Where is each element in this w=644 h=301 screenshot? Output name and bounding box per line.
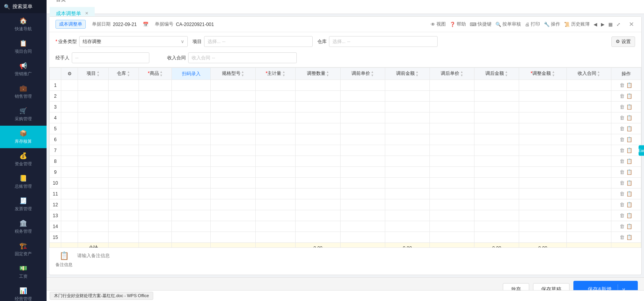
cell-after_price[interactable]: [430, 145, 474, 156]
cell-warehouse[interactable]: [108, 199, 138, 210]
cell-adjust_qty[interactable]: [296, 210, 340, 221]
cell-income_contract[interactable]: [566, 145, 611, 156]
cell-product[interactable]: [138, 145, 171, 156]
business-type-select[interactable]: 结存调整 ∨: [79, 36, 188, 47]
cell-income_contract[interactable]: [566, 232, 611, 243]
cell-before_price[interactable]: [340, 134, 385, 145]
cell-before_amount[interactable]: [385, 134, 429, 145]
cell-adjust_qty[interactable]: [296, 145, 340, 156]
cell-before_price[interactable]: [340, 145, 385, 156]
cell-adjust_qty[interactable]: [296, 134, 340, 145]
cell-income_contract[interactable]: [566, 112, 611, 123]
cell-product[interactable]: [138, 199, 171, 210]
cell-income_contract[interactable]: [566, 210, 611, 221]
cell-unit[interactable]: [255, 145, 296, 156]
cell-scan[interactable]: [172, 80, 211, 91]
delete-icon[interactable]: 🗑: [620, 147, 625, 153]
cell-before_amount[interactable]: [385, 145, 429, 156]
cell-project[interactable]: [78, 112, 108, 123]
cell-scan[interactable]: [172, 189, 211, 199]
cell-product[interactable]: [138, 102, 171, 112]
cell-product[interactable]: [138, 167, 171, 178]
cell-scan[interactable]: [172, 156, 211, 167]
copy-icon[interactable]: 📋: [626, 82, 632, 88]
cell-action[interactable]: 🗑📋: [611, 112, 641, 123]
cell-income_contract[interactable]: [566, 123, 611, 134]
cell-scan[interactable]: [172, 178, 211, 189]
copy-icon[interactable]: 📋: [626, 104, 632, 110]
cell-income_contract[interactable]: [566, 134, 611, 145]
cell-after_amount[interactable]: [474, 80, 519, 91]
cell-project[interactable]: [78, 123, 108, 134]
cell-scan[interactable]: [172, 221, 211, 232]
sidebar-item-project-contract[interactable]: 📋项目合同: [0, 36, 47, 58]
shortcut-action[interactable]: ⌨ 快捷键: [470, 21, 492, 28]
cell-before_amount[interactable]: [385, 178, 429, 189]
cell-adjust_qty[interactable]: [296, 189, 340, 199]
cell-before_amount[interactable]: [385, 189, 429, 199]
cell-product[interactable]: [138, 221, 171, 232]
cell-unit[interactable]: [255, 91, 296, 102]
cell-spec[interactable]: [211, 123, 255, 134]
cell-action[interactable]: 🗑📋: [611, 189, 641, 199]
sidebar-item-inventory[interactable]: 📦库存核算: [0, 126, 47, 148]
cell-before_price[interactable]: [340, 167, 385, 178]
cell-project[interactable]: [78, 178, 108, 189]
cell-scan[interactable]: [172, 199, 211, 210]
cell-product[interactable]: [138, 178, 171, 189]
cell-after_amount[interactable]: [474, 167, 519, 178]
cell-spec[interactable]: [211, 156, 255, 167]
cell-before_price[interactable]: [340, 156, 385, 167]
cell-adjust_qty[interactable]: [296, 102, 340, 112]
cell-after_price[interactable]: [430, 232, 474, 243]
print-action[interactable]: 🖨 打印: [525, 21, 540, 28]
cell-after_price[interactable]: [430, 123, 474, 134]
cell-after_amount[interactable]: [474, 178, 519, 189]
col-settings[interactable]: ⚙: [61, 68, 78, 80]
view-action[interactable]: 👁 视图: [431, 21, 446, 28]
cell-warehouse[interactable]: [108, 123, 138, 134]
cell-product[interactable]: [138, 232, 171, 243]
cell-before_amount[interactable]: [385, 102, 429, 112]
cell-adjust_qty[interactable]: [296, 80, 340, 91]
copy-icon[interactable]: 📋: [626, 137, 632, 142]
cell-after_price[interactable]: [430, 167, 474, 178]
cell-adjust_amount[interactable]: [519, 112, 566, 123]
cell-product[interactable]: [138, 134, 171, 145]
cell-adjust_qty[interactable]: [296, 167, 340, 178]
cell-scan[interactable]: [172, 112, 211, 123]
cell-unit[interactable]: [255, 199, 296, 210]
cell-adjust_amount[interactable]: [519, 156, 566, 167]
cell-action[interactable]: 🗑📋: [611, 199, 641, 210]
cell-before_price[interactable]: [340, 178, 385, 189]
copy-icon[interactable]: 📋: [626, 115, 632, 121]
delete-icon[interactable]: 🗑: [620, 202, 625, 208]
cell-adjust_qty[interactable]: [296, 91, 340, 102]
cell-after_price[interactable]: [430, 102, 474, 112]
sidebar-item-sales-mgmt[interactable]: 💼销售管理: [0, 81, 47, 103]
cell-scan[interactable]: [172, 123, 211, 134]
cell-before_price[interactable]: [340, 123, 385, 134]
cell-scan[interactable]: [172, 232, 211, 243]
delete-icon[interactable]: 🗑: [620, 213, 625, 218]
cell-unit[interactable]: [255, 232, 296, 243]
copy-icon[interactable]: 📋: [626, 147, 632, 153]
cell-warehouse[interactable]: [108, 232, 138, 243]
cell-before_amount[interactable]: [385, 80, 429, 91]
cell-action[interactable]: 🗑📋: [611, 80, 641, 91]
cell-after_amount[interactable]: [474, 199, 519, 210]
grid-view-icon[interactable]: ▦: [608, 22, 613, 27]
cell-adjust_amount[interactable]: [519, 91, 566, 102]
cell-product[interactable]: [138, 112, 171, 123]
cell-before_price[interactable]: [340, 91, 385, 102]
cell-action[interactable]: 🗑📋: [611, 123, 641, 134]
cell-product[interactable]: [138, 210, 171, 221]
cell-adjust_qty[interactable]: [296, 221, 340, 232]
cell-before_amount[interactable]: [385, 232, 429, 243]
sidebar-item-ops-mgmt[interactable]: 📊经营管理: [0, 283, 47, 301]
cell-adjust_qty[interactable]: [296, 178, 340, 189]
cell-before_price[interactable]: [340, 199, 385, 210]
cell-before_price[interactable]: [340, 189, 385, 199]
delete-icon[interactable]: 🗑: [620, 137, 625, 142]
cell-after_price[interactable]: [430, 221, 474, 232]
